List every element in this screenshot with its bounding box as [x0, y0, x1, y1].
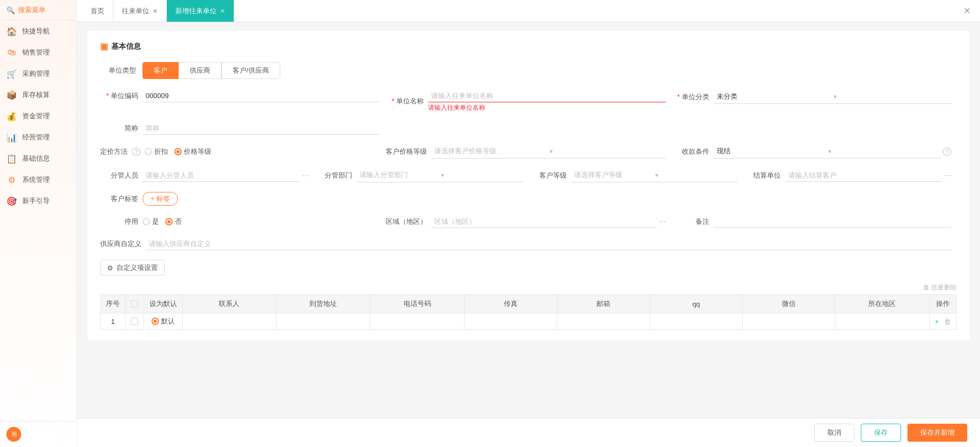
- region-input[interactable]: [431, 215, 657, 228]
- sidebar-item-sales[interactable]: 🛍 销售管理: [0, 42, 76, 63]
- region-field: 区域（地区） ···: [386, 215, 666, 228]
- main-area: 首页 往来单位 ✕ 新增往来单位 ✕ ✕ ▣ 基本信息 单位类型 客户 供应商 …: [77, 0, 980, 447]
- col-wechat: 微信: [742, 295, 835, 313]
- row-checkbox[interactable]: [131, 318, 138, 325]
- table-header: 序号 设为默认 联系人 到货地址 电话号码 传真 邮箱 qq 微信 所在地区 操…: [101, 295, 957, 313]
- remark-field: 备注: [671, 215, 951, 228]
- wechat-input[interactable]: [748, 318, 830, 326]
- sidebar-item-system[interactable]: ⚙ 系统管理: [0, 169, 76, 190]
- payment-terms-hint[interactable]: ?: [943, 147, 951, 156]
- manager-input[interactable]: [142, 169, 300, 182]
- tab-home[interactable]: 首页: [82, 0, 113, 22]
- tab-bar: 首页 往来单位 ✕ 新增往来单位 ✕ ✕: [77, 0, 980, 22]
- close-all-tabs[interactable]: ✕: [959, 6, 975, 16]
- pricing-discount[interactable]: 折扣: [145, 147, 168, 156]
- save-new-button[interactable]: 保存并新增: [907, 424, 967, 442]
- address-input[interactable]: [282, 318, 365, 326]
- settlement-dots[interactable]: ···: [945, 171, 951, 180]
- disabled-no[interactable]: 否: [165, 217, 182, 226]
- unit-type-supplier[interactable]: 供应商: [179, 62, 221, 79]
- row-contact[interactable]: [183, 313, 277, 330]
- customer-level-select[interactable]: 请选择客户等级 ▼: [571, 168, 737, 182]
- short-name-input[interactable]: [142, 122, 380, 135]
- delete-row-btn[interactable]: 🗑: [944, 318, 951, 326]
- form-row-1: 单位编码 单位名称 请输入往来单位名称 单位分类 未分类 ▼: [100, 90, 957, 112]
- select-all-checkbox[interactable]: [131, 300, 138, 308]
- sidebar-item-inventory[interactable]: 📦 库存核算: [0, 84, 76, 106]
- row-phone[interactable]: [370, 313, 465, 330]
- sidebar-item-quick-nav[interactable]: 🏠 快捷导航: [0, 21, 76, 42]
- unit-type-both[interactable]: 客户/供应商: [221, 62, 280, 79]
- remark-input[interactable]: [714, 215, 951, 228]
- contacts-table: 序号 设为默认 联系人 到货地址 电话号码 传真 邮箱 qq 微信 所在地区 操…: [100, 294, 957, 330]
- customer-price-level-field: 客户价格等级 请选择客户价格等级 ▼: [386, 144, 666, 159]
- custom-settings-row: ⚙ 自定义项设置: [100, 260, 957, 276]
- unit-code-input[interactable]: [142, 90, 380, 102]
- add-tag-button[interactable]: + 标签: [142, 192, 178, 206]
- row-fax[interactable]: [465, 313, 557, 330]
- row-default-radio[interactable]: 默认: [149, 317, 177, 326]
- add-row-btn[interactable]: +: [935, 318, 939, 326]
- search-menu-item[interactable]: 🔍 搜索菜单: [0, 0, 76, 21]
- batch-delete-btn[interactable]: 🗑 批量删除: [100, 283, 957, 292]
- sidebar-item-operations[interactable]: 📊 经营管理: [0, 127, 76, 148]
- row-region-input[interactable]: [841, 318, 924, 326]
- unit-category-value: 未分类: [717, 92, 833, 101]
- col-checkbox: [126, 295, 144, 313]
- row-email[interactable]: [557, 313, 650, 330]
- customer-price-level-select[interactable]: 请选择客户价格等级 ▼: [431, 144, 666, 159]
- price-level-radio: [174, 148, 182, 155]
- bottom-bar: 取消 保存 保存并新增: [77, 418, 980, 447]
- supplier-custom-input[interactable]: [146, 238, 951, 250]
- manager-dots[interactable]: ···: [302, 171, 309, 180]
- custom-settings-button[interactable]: ⚙ 自定义项设置: [100, 260, 165, 276]
- department-select[interactable]: 请输入分管部门 ▼: [357, 168, 523, 182]
- row-qq[interactable]: [650, 313, 742, 330]
- payment-terms-value: 现结: [717, 146, 827, 156]
- phone-input[interactable]: [376, 318, 459, 326]
- sidebar-item-new-guide[interactable]: 🎯 新手引导: [0, 190, 76, 212]
- row-address[interactable]: [276, 313, 370, 330]
- tab-new-partner-close[interactable]: ✕: [220, 7, 225, 15]
- cancel-button[interactable]: 取消: [814, 424, 854, 442]
- form-row-3: 定价方法 ? 折扣 价格等级 客户: [100, 144, 957, 159]
- form-content: ▣ 基本信息 单位类型 客户 供应商 客户/供应商 单位编码 单位名称: [77, 22, 980, 418]
- supplier-custom-field: 供应商自定义: [100, 238, 951, 250]
- pricing-level[interactable]: 价格等级: [174, 147, 211, 156]
- tab-partners[interactable]: 往来单位 ✕: [113, 0, 167, 22]
- settlement-unit-input[interactable]: [785, 169, 942, 182]
- customer-level-placeholder: 请选择客户等级: [574, 170, 654, 180]
- contact-input[interactable]: [188, 318, 271, 326]
- save-button[interactable]: 保存: [861, 424, 901, 442]
- row-wechat[interactable]: [742, 313, 835, 330]
- pricing-method-field: 定价方法 ? 折扣 价格等级: [100, 147, 380, 156]
- sidebar-item-purchase[interactable]: 🛒 采购管理: [0, 63, 76, 84]
- region-dots[interactable]: ···: [659, 217, 666, 226]
- sidebar-item-basic-info[interactable]: 📋 基础信息: [0, 148, 76, 169]
- disabled-yes[interactable]: 是: [142, 217, 159, 226]
- unit-name-input[interactable]: [428, 90, 666, 102]
- fax-input[interactable]: [470, 318, 551, 326]
- row-actions: + 🗑: [929, 313, 956, 330]
- row-region[interactable]: [835, 313, 929, 330]
- unit-category-select[interactable]: 未分类 ▼: [714, 90, 951, 104]
- pricing-hint-icon[interactable]: ?: [132, 147, 140, 156]
- email-input[interactable]: [563, 318, 644, 326]
- qq-input[interactable]: [656, 318, 737, 326]
- col-fax: 传真: [465, 295, 557, 313]
- payment-terms-select[interactable]: 现结 ▼: [714, 144, 941, 159]
- sidebar-item-label: 经营管理: [22, 133, 50, 142]
- col-contact: 联系人: [183, 295, 277, 313]
- col-seq: 序号: [101, 295, 126, 313]
- pricing-method-label: 定价方法 ?: [100, 147, 145, 156]
- col-address: 到货地址: [276, 295, 370, 313]
- row-checkbox-cell: [126, 313, 144, 330]
- sidebar-item-finance[interactable]: 💰 资金管理: [0, 106, 76, 127]
- tab-partners-close[interactable]: ✕: [153, 7, 158, 15]
- department-label: 分管部门: [314, 171, 357, 180]
- sidebar-item-label: 销售管理: [22, 48, 50, 57]
- tab-new-partner[interactable]: 新增往来单位 ✕: [167, 0, 234, 22]
- unit-type-customer[interactable]: 客户: [142, 62, 179, 79]
- guide-icon: 🎯: [6, 196, 17, 206]
- manager-label: 分管人员: [100, 171, 142, 180]
